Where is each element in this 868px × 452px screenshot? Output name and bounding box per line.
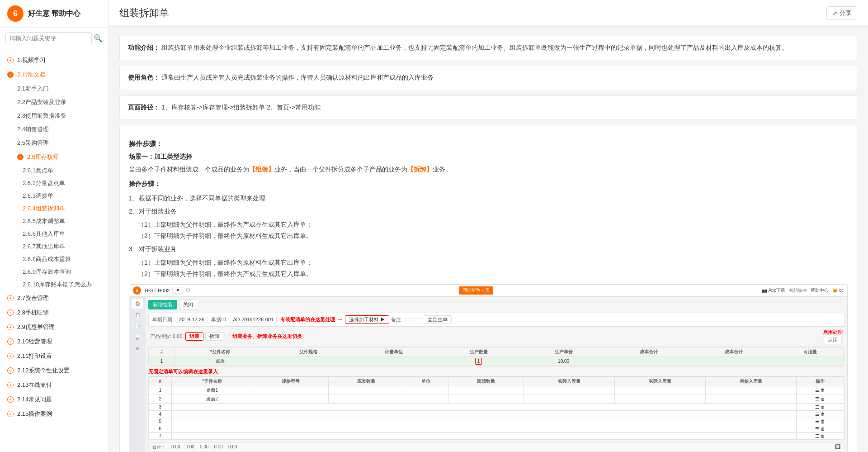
type-disassemble[interactable]: 拆卸: [205, 332, 223, 341]
main-panel: 组装拆卸单 ➚ 分享 功能介绍： 组装拆卸单用来处理企业组装或拆卸等加工业务，支…: [108, 0, 868, 452]
sidebar-item-partial-stocktake[interactable]: 2.6.2分量盘点单: [0, 177, 108, 190]
child-row-6: 6 ☰ 🗑: [149, 425, 844, 432]
steps-sub-title: 操作步骤：: [129, 180, 848, 188]
confirm-btn[interactable]: 立定生单: [424, 315, 452, 324]
sidebar-item-other-in[interactable]: 2.6.6其他入库单: [0, 228, 108, 240]
app-nav-chart[interactable]: 📊: [132, 333, 143, 343]
path-block: 页面路径： 1、库存核算->库存管理->组装拆卸单 2、首页->常用功能: [119, 95, 857, 120]
sidebar-item-operations[interactable]: + 2.10经营管理: [0, 334, 108, 349]
expand-icon-print: +: [7, 353, 14, 359]
section-label: 1.视频学习: [17, 56, 46, 64]
step2-sub1: （1）上部明细为父件明细，最终作为产成品生成其它入库单；: [138, 219, 848, 230]
nav-tree: + 1.视频学习 - 2.帮助文档 2.1新手入门 2.2产品安装及登录 2.3…: [0, 49, 108, 452]
annotation-type: ↑ 组装业务、拆卸业务在这里切换: [229, 333, 302, 339]
app-nav-home[interactable]: 🏠: [132, 299, 143, 309]
sidebar-item-install[interactable]: 2.2产品安装及登录: [0, 95, 108, 109]
sidebar-item-coupon[interactable]: + 2.9优惠券管理: [0, 320, 108, 334]
sidebar-item-cases[interactable]: + 2.15操作案例: [0, 407, 108, 421]
no-field[interactable]: AD-20191226-001: [230, 316, 277, 323]
app-logo-small: 6: [133, 286, 141, 295]
form-tab-close[interactable]: 关闭: [179, 300, 197, 310]
nav-section-1: + 1.视频学习: [0, 53, 108, 67]
totals-bar: 合计： 0.00 0.00 0.00 0.00 0.00 🔲: [148, 442, 844, 452]
date-label: 单据日期: [152, 316, 172, 323]
remark-field[interactable]: [403, 319, 422, 320]
step2: 2、对于组装业务: [129, 206, 848, 217]
app-nav-btn1[interactable]: 同期鲜鱼一天: [459, 286, 493, 295]
sidebar-item-assembly[interactable]: 2.6.4组装拆卸单: [0, 202, 108, 215]
expand-icon-payment: +: [7, 382, 14, 388]
sidebar-item-faq[interactable]: + 2.14常见问题: [0, 392, 108, 407]
sidebar-item-finance[interactable]: + 2.7资金管理: [0, 291, 108, 305]
sidebar-item-stocktake[interactable]: 2.6.1盘点单: [0, 164, 108, 177]
collapse-icon-inventory: -: [17, 154, 24, 160]
expand-icon-finance: +: [7, 295, 14, 301]
sidebar: 6 好生意 帮助中心 🔍 + 1.视频学习 - 2.帮助文档 2.1新手入门 2…: [0, 0, 108, 452]
step2-sub2: （2）下部明细为子件明细，最终作为原材料生成其它出库单。: [138, 230, 848, 242]
step3: 3、对于拆装业务: [129, 243, 848, 255]
share-icon: ➚: [832, 10, 838, 17]
inventory-label: 2.6库存核算: [27, 153, 59, 161]
enable-btn[interactable]: 启用: [824, 336, 842, 344]
step3-sub1: （1）上部明细为父件明细，最终作为原材料生成其它出库单；: [138, 257, 848, 268]
path-text: 1、库存核算->库存管理->组装拆卸单 2、首页->常用功能: [161, 104, 321, 111]
sidebar-item-inventory[interactable]: - 2.6库存核算: [0, 150, 108, 164]
expand-icon-faq: +: [7, 396, 14, 403]
child-row-5: 5 ☰ 🗑: [149, 418, 844, 425]
intro-text: 组装拆卸单用来处理企业组装或拆卸等加工业务，支持有固定装配清单的产品加工业务，也…: [161, 44, 788, 51]
sidebar-item-sales[interactable]: 2.4销售管理: [0, 123, 108, 136]
expand-icon: +: [7, 57, 14, 63]
annotation-enable: 启用处理: [823, 329, 843, 336]
scene1-title: 场景一：加工类型选择: [129, 153, 848, 161]
child-row-3: 3 ☰ 🗑: [149, 403, 844, 410]
sidebar-item-purchase[interactable]: 2.5采购管理: [0, 136, 108, 150]
ops-section: 操作步骤： 场景一：加工类型选择 当由多个子件材料组装成一个成品的业务为【组装】…: [119, 125, 857, 452]
sidebar-item-mobile[interactable]: + 2.8手机旺铺: [0, 305, 108, 320]
sidebar-item-video-learning[interactable]: + 1.视频学习: [0, 53, 108, 67]
sidebar-item-beginner[interactable]: 2.1新手入门: [0, 82, 108, 95]
sidebar-item-cost-adjust[interactable]: 2.6.5成本调整单: [0, 215, 108, 228]
sidebar-item-print[interactable]: + 2.11打印设置: [0, 349, 108, 363]
sidebar-item-payment[interactable]: + 2.13在线支付: [0, 378, 108, 392]
app-sidebar-icons: 🏠 📋 📄 📊 ⚙: [129, 297, 146, 452]
select-material-btn[interactable]: 选择加工材料 ▶: [345, 315, 389, 324]
screenshot-container: 6 TEST-H002 ▼ ⚙ 同期鲜鱼一天 📷 App下载: [129, 284, 848, 452]
sidebar-item-cost-recalc[interactable]: 2.6.8商品成本重算: [0, 253, 108, 266]
role-block: 使用角色： 通常由生产人员或库管人员完成拆装业务的操作，库管人员确认原材料的出库…: [119, 66, 857, 90]
child-row-1: 1 桌面1: [149, 386, 844, 395]
ops-title: 操作步骤：: [129, 140, 848, 148]
sidebar-item-inventory-query[interactable]: 2.6.9库存账本查询: [0, 266, 108, 278]
sidebar-item-other-out[interactable]: 2.6.7其他出库单: [0, 240, 108, 253]
role-label: 使用角色：: [128, 74, 160, 81]
sidebar-item-inventory-fix[interactable]: 2.6.10库存账本错了怎么办: [0, 278, 108, 291]
sidebar-item-transfer[interactable]: 2.6.3调拨单: [0, 190, 108, 202]
step3-sub2: （2）下部明细为子件明细，最终作为产成品生成其它入库单。: [138, 268, 848, 280]
child-row-7: 7 ☰ 🗑: [149, 432, 844, 439]
sidebar-item-personalize[interactable]: + 2.12系统个性化设置: [0, 363, 108, 378]
search-input[interactable]: [5, 32, 92, 44]
app-nav-list[interactable]: 📋: [132, 310, 143, 320]
app-nav-settings[interactable]: ⚙: [132, 344, 143, 354]
date-field[interactable]: 2019-12-26: [176, 316, 208, 323]
app-company: TEST-H002: [144, 288, 170, 293]
page-title: 组装拆卸单: [119, 6, 169, 20]
sidebar-item-data-prep[interactable]: 2.3使用前数据准备: [0, 109, 108, 123]
annotation-bom: 有装配清单的在这里处理: [280, 316, 335, 323]
search-button[interactable]: 🔍: [94, 34, 103, 43]
company-selector[interactable]: ▼: [172, 287, 183, 294]
child-table: # *子件名称 规格型号 应发数量 单位 应领数量 实际入库量: [149, 376, 844, 440]
expand-icon-coupon: +: [7, 324, 14, 330]
app-nav-doc[interactable]: 📄: [132, 321, 143, 331]
search-box: 🔍: [0, 28, 108, 49]
expand-icon-cases: +: [7, 411, 14, 417]
share-button[interactable]: ➚ 分享: [826, 6, 857, 20]
form-tab-new[interactable]: 新增组装: [148, 300, 177, 309]
sidebar-title: 好生意 帮助中心: [28, 9, 80, 19]
qty-field[interactable]: 1: [475, 358, 482, 365]
sidebar-item-help-docs[interactable]: - 2.帮助文档: [0, 67, 108, 82]
sidebar-header: 6 好生意 帮助中心: [0, 0, 108, 28]
nav-section-2: - 2.帮助文档 2.1新手入门 2.2产品安装及登录 2.3使用前数据准备 2…: [0, 67, 108, 291]
type-assemble[interactable]: 组装: [185, 332, 203, 341]
child-row-2: 2 桌面2: [149, 395, 844, 403]
expand-icon-mobile: +: [7, 309, 14, 316]
